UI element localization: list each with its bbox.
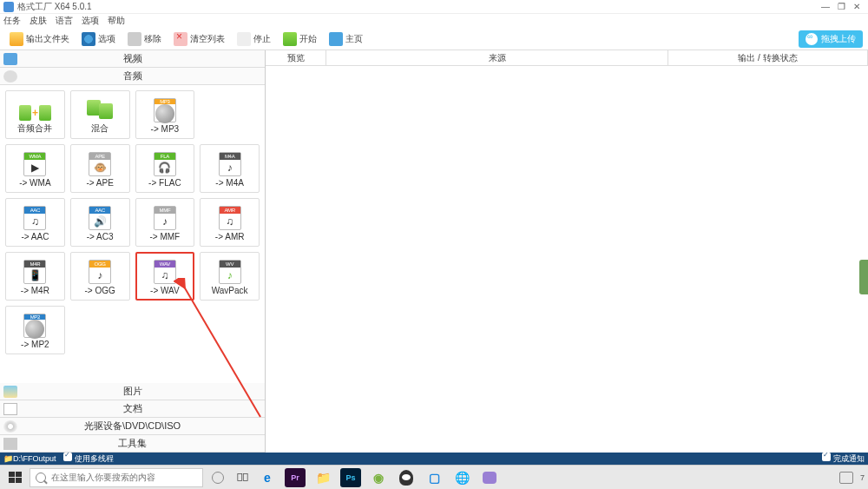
stop-icon <box>237 32 251 46</box>
side-handle[interactable] <box>859 260 868 294</box>
output-folder-button[interactable]: 输出文件夹 <box>5 30 74 49</box>
window-title: 格式工厂 X64 5.0.1 <box>17 1 818 13</box>
tile-flac[interactable]: FLA🎧-> FLAC <box>135 144 195 193</box>
windows-taskbar: e Pr 📁 Ps ◉ ▢ 🌐 7 <box>0 465 868 489</box>
start-label: 开始 <box>299 33 317 45</box>
title-bar: 格式工厂 X64 5.0.1 — ❐ ✕ <box>0 0 868 14</box>
list-headers: 预览 来源 输出 / 转换状态 <box>266 50 868 66</box>
gear-icon <box>82 32 95 46</box>
folder-icon <box>10 32 23 46</box>
clear-label: 清空列表 <box>190 33 225 45</box>
options-button[interactable]: 选项 <box>77 30 120 49</box>
app-edge[interactable]: e <box>257 468 278 487</box>
app-android[interactable]: ◉ <box>368 468 389 487</box>
cat-disc-label: 光驱设备\DVD\CD\ISO <box>84 420 181 433</box>
system-tray: 7 <box>839 472 865 484</box>
disc-icon <box>3 420 17 433</box>
minimize-button[interactable]: — <box>818 2 833 11</box>
header-source[interactable]: 来源 <box>326 50 668 65</box>
tile-ac3[interactable]: AAC🔊-> AC3 <box>70 198 130 247</box>
app-qq[interactable] <box>396 468 417 487</box>
cortana-button[interactable] <box>212 472 224 484</box>
tile-label: -> M4A <box>215 178 244 188</box>
tile-mp3[interactable]: MP3-> MP3 <box>135 90 195 139</box>
tile-mp2[interactable]: MP2-> MP2 <box>5 306 65 354</box>
tile-label: -> M4R <box>21 286 49 295</box>
tool-icon <box>3 438 17 450</box>
tile-label: -> AC3 <box>87 232 114 241</box>
tile-label: -> FLAC <box>148 178 181 188</box>
cat-audio-label: 音频 <box>123 69 142 83</box>
category-tools[interactable]: 工具集 <box>0 435 265 453</box>
tile-wavpack[interactable]: WV♪WavPack <box>200 252 260 301</box>
tile-ogg[interactable]: OGG♪-> OGG <box>70 252 130 301</box>
tile-label: -> MP3 <box>151 124 180 134</box>
header-preview[interactable]: 预览 <box>266 50 326 65</box>
search-input[interactable] <box>51 472 197 482</box>
category-document[interactable]: 文档 <box>0 400 265 418</box>
notification-icon[interactable] <box>839 472 853 484</box>
output-path[interactable]: D:\FFOutput <box>13 454 56 463</box>
stop-button[interactable]: 停止 <box>233 30 275 49</box>
app-premiere[interactable]: Pr <box>285 468 306 487</box>
menu-bar: 任务 皮肤 语言 选项 帮助 <box>0 14 868 28</box>
tile-label: 音频合并 <box>17 122 52 135</box>
header-status[interactable]: 输出 / 转换状态 <box>668 50 868 65</box>
tile-m4r[interactable]: M4R📱-> M4R <box>5 252 65 301</box>
app-explorer[interactable]: 📁 <box>312 468 333 487</box>
thread-checkbox[interactable] <box>63 453 72 461</box>
clear-icon <box>174 32 187 46</box>
tile-mmf[interactable]: MMF♪-> MMF <box>135 198 195 247</box>
tile-wma[interactable]: WMA▶-> WMA <box>5 144 65 193</box>
start-button[interactable]: 开始 <box>279 30 321 49</box>
category-disc[interactable]: 光驱设备\DVD\CD\ISO <box>0 418 265 435</box>
app-chat[interactable] <box>479 468 500 487</box>
tile-label: -> MMF <box>150 232 181 241</box>
close-button[interactable]: ✕ <box>849 2 865 11</box>
menu-options[interactable]: 选项 <box>82 15 99 27</box>
tile-label: -> APE <box>86 178 113 188</box>
tile-amr[interactable]: AMR♫-> AMR <box>200 198 260 247</box>
category-image[interactable]: 图片 <box>0 383 265 400</box>
sidebar: 视频 音频 +音频合并 混合 MP3-> MP3 WMA▶-> WMA APE🐵… <box>0 50 266 453</box>
cat-image-label: 图片 <box>123 385 142 398</box>
tile-aac[interactable]: AAC♫-> AAC <box>5 198 65 247</box>
remove-icon <box>128 32 141 46</box>
menu-help[interactable]: 帮助 <box>108 15 125 27</box>
tile-label: -> MP2 <box>21 340 49 349</box>
menu-lang[interactable]: 语言 <box>56 15 73 27</box>
start-button[interactable] <box>3 468 26 487</box>
app-icon <box>3 2 14 12</box>
upload-button[interactable]: 拖拽上传 <box>799 30 863 48</box>
video-icon <box>3 53 17 65</box>
home-button[interactable]: 主页 <box>325 30 367 49</box>
tile-label: WavPack <box>212 286 248 295</box>
tile-label: -> AAC <box>21 232 49 241</box>
thread-label: 使用多线程 <box>75 454 114 463</box>
cat-tool-label: 工具集 <box>118 437 147 450</box>
tray-count[interactable]: 7 <box>860 473 865 482</box>
app-photoshop[interactable]: Ps <box>340 468 361 487</box>
task-view-button[interactable] <box>233 468 252 487</box>
tile-wav[interactable]: WAV♫-> WAV <box>135 252 195 301</box>
remove-button[interactable]: 移除 <box>123 30 166 49</box>
task-list[interactable] <box>266 66 868 453</box>
category-audio[interactable]: 音频 <box>0 68 265 85</box>
toolbar: 输出文件夹 选项 移除 清空列表 停止 开始 主页 拖拽上传 <box>0 28 868 50</box>
tile-audio-join[interactable]: +音频合并 <box>5 90 65 139</box>
menu-skin[interactable]: 皮肤 <box>30 15 47 27</box>
notify-checkbox[interactable] <box>822 453 831 461</box>
app-phone[interactable]: ▢ <box>424 468 444 487</box>
category-video[interactable]: 视频 <box>0 50 265 68</box>
tile-m4a[interactable]: M4A♪-> M4A <box>200 144 260 193</box>
tile-ape[interactable]: APE🐵-> APE <box>70 144 130 193</box>
clear-button[interactable]: 清空列表 <box>169 30 229 49</box>
svg-rect-2 <box>243 473 247 480</box>
app-globe[interactable]: 🌐 <box>451 468 472 487</box>
home-label: 主页 <box>345 33 363 45</box>
maximize-button[interactable]: ❐ <box>833 2 849 11</box>
tile-audio-mix[interactable]: 混合 <box>70 90 130 139</box>
menu-task[interactable]: 任务 <box>3 15 21 27</box>
taskbar-search[interactable] <box>30 468 203 487</box>
home-icon <box>329 32 343 46</box>
